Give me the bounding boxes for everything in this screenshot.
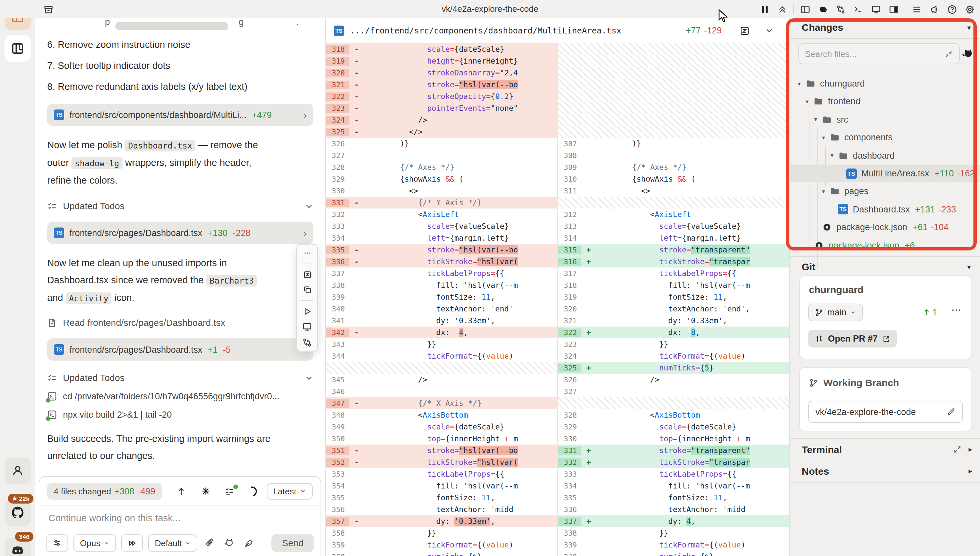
caret-down-icon[interactable]: ▾ bbox=[806, 99, 814, 105]
diff-view: TS .../frontend/src/components/dashboard… bbox=[326, 18, 789, 556]
tree-folder-components[interactable]: ▾components bbox=[790, 129, 980, 146]
file-change-chip[interactable]: TSfrontend/src/components/dashboard/Mult… bbox=[47, 103, 313, 126]
tree-folder-pages[interactable]: ▾pages bbox=[790, 183, 980, 200]
model-dropdown[interactable]: Opus bbox=[73, 534, 116, 552]
message-input[interactable]: Continue working on this task... bbox=[39, 506, 321, 523]
pause-icon[interactable] bbox=[758, 3, 771, 16]
expand-terminal-icon[interactable] bbox=[953, 445, 962, 453]
diff-line-old-341: 341dy: '0.33em', bbox=[326, 315, 557, 326]
tree-folder-frontend[interactable]: ▾frontend bbox=[790, 93, 980, 110]
diff-line-old-321: 321-stroke="hsl(var(--bo bbox=[326, 79, 557, 91]
panel-left-icon[interactable] bbox=[798, 3, 812, 16]
panel-right-icon[interactable] bbox=[887, 3, 900, 16]
read-file-row[interactable]: Read frontend/src/pages/Dashboard.tsx bbox=[47, 317, 313, 328]
todo-list-button[interactable] bbox=[223, 486, 237, 496]
spark-icon[interactable] bbox=[198, 486, 213, 496]
collapse-diff-icon[interactable] bbox=[765, 26, 773, 35]
file-change-chip[interactable]: TSfrontend/src/pages/Dashboard.tsx+130-2… bbox=[47, 221, 313, 244]
git-collapse-icon[interactable]: ▾ bbox=[967, 263, 971, 272]
cat-icon[interactable] bbox=[962, 47, 975, 60]
settings-sliders-button[interactable] bbox=[46, 534, 68, 552]
file-label: Dashboard.tsx bbox=[853, 205, 910, 214]
megaphone-icon[interactable] bbox=[928, 3, 941, 16]
tree-file-MultiLineArea.tsx[interactable]: TSMultiLineArea.tsx+110-162 bbox=[790, 165, 980, 182]
diff-line-old-351: 351-stroke="hsl(var(--bo bbox=[326, 444, 557, 456]
discord-button[interactable]: 346 bbox=[5, 538, 31, 556]
tree-folder-dashboard[interactable]: ▾dashboard bbox=[790, 147, 980, 164]
mascot-icon[interactable] bbox=[816, 3, 829, 16]
latest-dropdown[interactable]: Latest bbox=[266, 483, 313, 499]
open-pr-button[interactable]: Open PR #7 bbox=[808, 330, 897, 348]
diff-mode-icon[interactable] bbox=[739, 25, 750, 36]
changes-section-title[interactable]: Changes bbox=[802, 22, 843, 33]
collapse-tree-icon[interactable] bbox=[944, 50, 953, 58]
ts-file-icon: TS bbox=[54, 110, 64, 120]
attach-button[interactable] bbox=[203, 538, 217, 548]
copy-icon[interactable] bbox=[302, 285, 312, 294]
tree-file-Dashboard.tsx[interactable]: TSDashboard.tsx+131-233 bbox=[790, 200, 980, 218]
caret-down-icon[interactable]: ▾ bbox=[814, 116, 822, 123]
tree-file-package-lock.json[interactable]: package-lock.json+61-104 bbox=[790, 218, 980, 236]
diff-line-new-328: 328<AxisBottom bbox=[558, 409, 789, 421]
chat-transcript: pg.6. Remove zoom instruction noise7. So… bbox=[36, 18, 325, 476]
monitor-icon[interactable] bbox=[302, 322, 312, 332]
caret-down-icon[interactable]: ▾ bbox=[822, 134, 830, 141]
pen-button[interactable] bbox=[242, 538, 257, 548]
diff-line-old-324: 324-/> bbox=[326, 114, 557, 126]
files-changed-pill[interactable]: 4 files changed +308 -499 bbox=[47, 483, 162, 499]
terminal-command-row[interactable]: npx vite build 2>&1 | tail -20 bbox=[47, 410, 313, 420]
sidebar-item-kanban[interactable] bbox=[5, 36, 31, 61]
fast-forward-button[interactable] bbox=[121, 534, 143, 552]
send-button[interactable]: Send bbox=[272, 534, 314, 552]
terminal-command-row[interactable]: cd /private/var/folders/10/h7w0q46556ggr… bbox=[47, 391, 313, 401]
tree-folder-churnguard[interactable]: ▾churnguard bbox=[790, 75, 980, 92]
edit-branch-icon[interactable] bbox=[946, 407, 956, 416]
monitor-icon[interactable] bbox=[869, 3, 882, 16]
diff-line-new-332: 332+tickStroke="transpar bbox=[558, 456, 789, 468]
commits-ahead[interactable]: 1 bbox=[922, 307, 937, 317]
help-icon[interactable] bbox=[945, 3, 958, 16]
github-icon bbox=[10, 506, 25, 520]
collapse-all-icon[interactable] bbox=[775, 3, 789, 16]
diff-line-new-312: 312<AxisLeft bbox=[558, 208, 789, 220]
diff-line-new-314: 314left={margin.left} bbox=[558, 232, 789, 244]
git-more-menu[interactable]: ⋯ bbox=[951, 304, 962, 316]
updated-todos-row[interactable]: Updated Todos bbox=[47, 200, 313, 211]
caret-down-icon[interactable]: ▾ bbox=[831, 152, 838, 159]
terminal-section-header[interactable]: Terminal ▸ bbox=[790, 439, 980, 460]
file-change-chip[interactable]: TSfrontend/src/pages/Dashboard.tsx+1-5 bbox=[47, 338, 313, 360]
terminal-icon bbox=[47, 410, 57, 420]
dots-icon[interactable] bbox=[302, 249, 312, 258]
git-compare-icon[interactable] bbox=[834, 3, 847, 16]
updated-todos-row[interactable]: Updated Todos bbox=[47, 372, 313, 383]
tree-folder-src[interactable]: ▾src bbox=[790, 111, 980, 129]
working-branch-input[interactable]: vk/4e2a-explore-the-code bbox=[808, 401, 963, 423]
scroll-up-button[interactable] bbox=[174, 486, 189, 496]
diff-empty-row bbox=[558, 102, 789, 114]
notes-section-header[interactable]: Notes ▸ bbox=[790, 460, 980, 481]
play-icon[interactable] bbox=[302, 307, 312, 316]
diff-empty-row bbox=[558, 91, 789, 102]
changes-collapse-icon[interactable]: ▾ bbox=[967, 24, 971, 32]
terminal-caret-icon: ▸ bbox=[969, 445, 972, 453]
file-search-input[interactable]: Search files... bbox=[798, 43, 960, 64]
terminal-prompt-icon[interactable] bbox=[851, 3, 865, 16]
github-attach-button[interactable] bbox=[223, 538, 237, 548]
zsquare-icon[interactable] bbox=[302, 270, 312, 279]
caret-down-icon[interactable]: ▾ bbox=[822, 188, 830, 195]
git-compare-icon[interactable] bbox=[302, 338, 312, 348]
account-button[interactable] bbox=[5, 457, 31, 484]
tree-file-package-lock.json[interactable]: package-lock.json+6 bbox=[790, 236, 980, 254]
github-button[interactable]: 22k bbox=[5, 499, 31, 526]
branch-selector[interactable]: main bbox=[808, 304, 863, 321]
git-section-title[interactable]: Git bbox=[802, 261, 815, 272]
diff-empty-row bbox=[326, 362, 557, 374]
folder-icon bbox=[814, 97, 823, 107]
mode-dropdown[interactable]: Default bbox=[148, 534, 197, 552]
working-branch-card: Working Branch vk/4e2a-explore-the-code bbox=[799, 367, 972, 432]
settings-icon[interactable] bbox=[963, 3, 976, 16]
caret-down-icon[interactable]: ▾ bbox=[798, 80, 806, 87]
diff-line-old-322: 322-strokeOpacity={0.2} bbox=[326, 91, 557, 102]
menu-icon[interactable] bbox=[910, 3, 923, 16]
discord-icon bbox=[10, 543, 25, 556]
